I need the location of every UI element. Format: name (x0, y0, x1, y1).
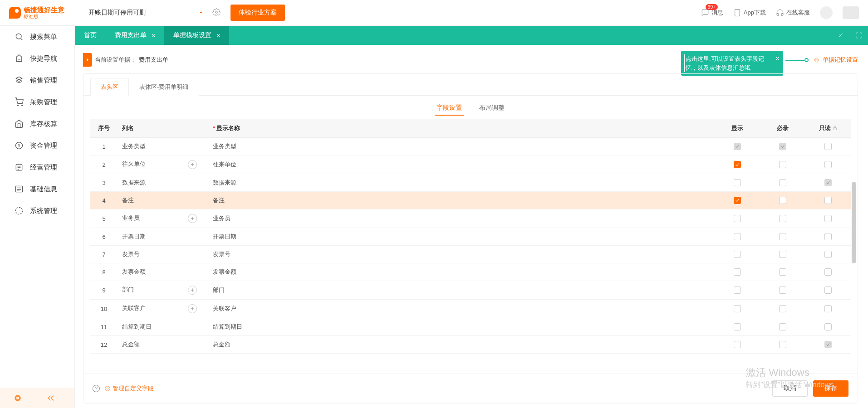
sidebar-item-6[interactable]: 经营管理 (0, 156, 74, 178)
gear-icon[interactable] (14, 394, 22, 402)
checkbox[interactable] (734, 215, 741, 222)
cell-display[interactable]: 关联客户 (208, 300, 715, 318)
fullscreen-button[interactable] (850, 26, 868, 45)
zone-tab-0[interactable]: 表头区 (90, 78, 129, 96)
checkbox[interactable] (824, 215, 832, 222)
save-button[interactable]: 保存 (813, 380, 848, 397)
cell-display[interactable]: 发票号 (208, 246, 715, 263)
checkbox[interactable] (734, 341, 741, 348)
table-row[interactable]: 7发票号发票号 (90, 246, 851, 263)
checkbox[interactable] (779, 251, 786, 258)
checkbox[interactable] (824, 197, 832, 204)
table-row[interactable]: 2往来单位＋往来单位 (90, 155, 851, 174)
checkbox[interactable] (779, 268, 786, 276)
table-row[interactable]: 6开票日期开票日期 (90, 228, 851, 246)
checkbox[interactable] (824, 251, 832, 258)
help-icon[interactable]: ? (93, 385, 100, 392)
cell-display[interactable]: 往来单位 (208, 155, 715, 174)
checkbox[interactable] (824, 305, 832, 312)
checkbox[interactable] (734, 143, 741, 150)
add-button[interactable]: ＋ (188, 160, 197, 169)
close-all-tabs-button[interactable] (832, 26, 850, 45)
checkbox[interactable] (734, 197, 741, 204)
sidebar-item-8[interactable]: 系统管理 (0, 200, 74, 222)
tab-close-button[interactable]: × (216, 32, 220, 39)
checkbox[interactable] (734, 305, 741, 312)
checkbox[interactable] (779, 179, 786, 186)
checkbox[interactable] (779, 161, 786, 168)
checkbox[interactable] (824, 179, 832, 186)
collapse-icon[interactable] (47, 394, 55, 402)
tooltip-close-button[interactable]: × (775, 53, 780, 64)
cell-display[interactable]: 业务员 (208, 209, 715, 228)
checkbox[interactable] (779, 233, 786, 240)
avatar[interactable] (820, 6, 833, 19)
table-wrapper[interactable]: 序号 列名 *显示名称 显示 必录 只读 1业务类型业务类型2往来单位＋往来单位… (90, 119, 851, 374)
cell-display[interactable]: 部门 (208, 281, 715, 300)
table-row[interactable]: 4备注备注 (90, 192, 851, 209)
tab-close-button[interactable]: × (152, 32, 155, 39)
sub-tab-1[interactable]: 布局调整 (477, 101, 506, 116)
customer-service-button[interactable]: 在线客服 (776, 9, 810, 17)
sidebar-item-2[interactable]: 销售管理 (0, 69, 74, 91)
experience-solution-button[interactable]: 体验行业方案 (230, 5, 285, 21)
cancel-button[interactable]: 取消 (772, 380, 808, 397)
add-button[interactable]: ＋ (188, 214, 197, 223)
table-row[interactable]: 8发票金额发票金额 (90, 263, 851, 281)
add-button[interactable]: ＋ (188, 304, 197, 313)
cell-display[interactable]: 数据来源 (208, 174, 715, 192)
checkbox[interactable] (779, 305, 786, 312)
sidebar-item-4[interactable]: 库存核算 (0, 113, 74, 135)
tab-0[interactable]: 首页 (75, 26, 106, 45)
cell-display[interactable]: 开票日期 (208, 228, 715, 246)
table-row[interactable]: 1业务类型业务类型 (90, 138, 851, 155)
checkbox[interactable] (824, 323, 832, 330)
checkbox[interactable] (779, 215, 786, 222)
cell-display[interactable]: 业务类型 (208, 138, 715, 155)
checkbox[interactable] (779, 197, 786, 204)
sidebar-item-5[interactable]: ¥资金管理 (0, 135, 74, 156)
checkbox[interactable] (734, 251, 741, 258)
checkbox[interactable] (824, 341, 832, 348)
checkbox[interactable] (824, 268, 832, 276)
table-row[interactable]: 9部门＋部门 (90, 281, 851, 300)
sidebar-item-1[interactable]: 快捷导航 (0, 48, 74, 69)
settings-button[interactable] (212, 8, 221, 18)
checkbox[interactable] (779, 143, 786, 150)
cell-display[interactable]: 总金额 (208, 336, 715, 354)
checkbox[interactable] (779, 323, 786, 330)
table-row[interactable]: 11结算到期日结算到期日 (90, 318, 851, 336)
tab-2[interactable]: 单据模板设置× (164, 26, 229, 45)
add-button[interactable]: ＋ (188, 286, 197, 295)
checkbox[interactable] (824, 143, 832, 150)
logo[interactable]: 畅捷通好生意 标准版 (9, 6, 75, 19)
user-menu[interactable] (843, 6, 859, 19)
checkbox[interactable] (824, 287, 832, 294)
sidebar-item-3[interactable]: 采购管理 (0, 91, 74, 113)
checkbox[interactable] (734, 323, 741, 330)
sidebar-item-0[interactable]: 搜索菜单 (0, 26, 74, 48)
table-row[interactable]: 10关联客户＋关联客户 (90, 300, 851, 318)
sub-tab-0[interactable]: 字段设置 (435, 101, 464, 116)
cell-display[interactable]: 备注 (208, 192, 715, 209)
account-select[interactable]: 开账日期可停用可删 (88, 9, 204, 17)
checkbox[interactable] (779, 341, 786, 348)
checkbox[interactable] (824, 233, 832, 240)
cell-display[interactable]: 发票金额 (208, 263, 715, 281)
table-row[interactable]: 12总金额总金额 (90, 336, 851, 354)
sidebar-item-7[interactable]: 基础信息 (0, 178, 74, 200)
app-download-button[interactable]: App下载 (733, 9, 766, 17)
scrollbar[interactable] (852, 182, 856, 371)
checkbox[interactable] (734, 287, 741, 294)
checkbox[interactable] (779, 287, 786, 294)
table-row[interactable]: 3数据来源数据来源 (90, 174, 851, 192)
checkbox[interactable] (734, 161, 741, 168)
checkbox[interactable] (734, 179, 741, 186)
cell-display[interactable]: 结算到期日 (208, 318, 715, 336)
checkbox[interactable] (824, 161, 832, 168)
doc-memory-settings-link[interactable]: 单据记忆设置 (804, 56, 858, 64)
manage-custom-fields-link[interactable]: 管理自定义字段 (104, 384, 154, 393)
table-row[interactable]: 5业务员＋业务员 (90, 209, 851, 228)
messages-button[interactable]: 消息 99+ (701, 9, 723, 17)
checkbox[interactable] (734, 268, 741, 276)
